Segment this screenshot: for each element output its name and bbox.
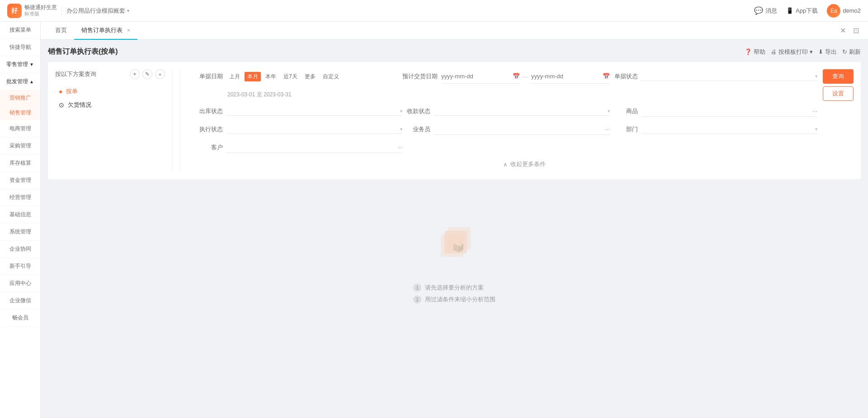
filter-panel: 按以下方案查询 + ✎ «: [48, 62, 861, 179]
user-name: demo2: [843, 7, 861, 14]
sidebar-item-enterprise[interactable]: 企业协同: [0, 241, 40, 258]
sidebar-item-member[interactable]: 畅会员: [0, 309, 40, 327]
help-icon: ❓: [745, 48, 752, 55]
salesman-more-button[interactable]: ···: [605, 126, 610, 133]
print-dropdown-icon[interactable]: ▾: [810, 48, 813, 55]
sidebar-item-quick-nav[interactable]: 快捷导航: [0, 39, 40, 56]
tip-1-text: 请先选择要分析的方案: [425, 284, 484, 292]
scheme-item-by-order[interactable]: ● 按单: [55, 85, 165, 98]
svg-text:📦: 📦: [452, 241, 465, 253]
tab-close-icon[interactable]: ×: [127, 27, 130, 33]
dept-select[interactable]: ▾: [642, 125, 817, 134]
date-tab-this-year[interactable]: 本年: [263, 72, 279, 81]
calendar-start-icon[interactable]: 📅: [513, 73, 520, 80]
sidebar-item-system[interactable]: 系统管理: [0, 223, 40, 241]
tab-home[interactable]: 首页: [48, 22, 74, 40]
help-action[interactable]: ❓ 帮助: [745, 48, 765, 56]
bill-status-select[interactable]: ▾: [642, 72, 817, 81]
top-bar: 好 畅捷通好生意 标准版 办公用品行业模拟账套 ▾ 💬 消息 📱 App下载 E…: [0, 0, 868, 22]
sidebar-item-wechat[interactable]: 企业微信: [0, 292, 40, 309]
refresh-action[interactable]: ↻ 刷新: [842, 48, 861, 56]
out-status-label: 出库状态: [195, 107, 226, 115]
tab-sales-order[interactable]: 销售订单执行表 ×: [74, 22, 137, 40]
sidebar-item-search[interactable]: 搜索菜单: [0, 22, 40, 39]
scheme-item-backorder[interactable]: ⊙ 欠货情况: [55, 98, 165, 112]
goods-more-button[interactable]: ···: [812, 108, 817, 114]
sidebar-item-wholesale[interactable]: 批发管理 ▲: [0, 73, 40, 90]
help-label: 帮助: [754, 48, 765, 56]
sidebar-item-basic-info[interactable]: 基础信息: [0, 206, 40, 223]
date-tab-7days[interactable]: 近7天: [281, 72, 300, 81]
top-bar-right: 💬 消息 📱 App下载 Ea demo2: [754, 4, 861, 18]
tab-close-window-button[interactable]: ✕: [838, 24, 848, 37]
tab-expand-button[interactable]: ⊡: [851, 24, 861, 37]
sidebar-item-management[interactable]: 经营管理: [0, 189, 40, 206]
date-range-separator: —: [522, 73, 529, 80]
scheme-active-icon: ●: [59, 88, 62, 95]
empty-tip-2: 2 用过滤条件来缩小分析范围: [413, 295, 495, 304]
tab-home-label: 首页: [55, 26, 67, 34]
sidebar-item-inventory[interactable]: 库存核算: [0, 155, 40, 172]
query-button[interactable]: 查询: [823, 69, 854, 84]
tab-expand-area: ✕ ⊡: [838, 24, 861, 37]
breadcrumb-area[interactable]: 办公用品行业模拟账套 ▾: [66, 7, 129, 15]
main-layout: 搜索菜单 快捷导航 零售管理 ▼ 批发管理 ▲ 营销推广 销售管理 电商管理 采…: [0, 22, 868, 418]
logo-text: 畅捷通好生意: [24, 4, 57, 10]
forecast-date-field: 预计交货日期 📅 —: [402, 69, 610, 84]
collapse-more-label: 收起更多条件: [510, 160, 546, 168]
empty-tip-1: 1 请先选择要分析的方案: [413, 284, 495, 292]
collapse-icon: «: [159, 72, 161, 77]
calendar-end-icon[interactable]: 📅: [603, 73, 610, 80]
export-action[interactable]: ⬇ 导出: [818, 48, 837, 56]
empty-state: 📦 1 请先选择要分析的方案 2 用过滤条件来缩小分析范围: [48, 185, 861, 340]
sidebar-sub-item-sales[interactable]: 销售管理: [0, 105, 40, 120]
sidebar-item-retail[interactable]: 零售管理 ▼: [0, 56, 40, 73]
exec-status-select[interactable]: ▾: [226, 125, 402, 134]
retail-arrow-icon: ▼: [29, 62, 34, 67]
out-status-select[interactable]: ▾: [226, 107, 402, 116]
date-tab-this-month[interactable]: 本月: [245, 72, 261, 81]
logo-icon: 好: [7, 4, 22, 18]
collapse-panel-button[interactable]: «: [155, 69, 165, 79]
add-scheme-button[interactable]: +: [130, 69, 140, 79]
bill-status-field: 单据状态 ▾: [610, 69, 817, 84]
logo-sub: 标准版: [24, 10, 57, 17]
date-range-display: 2023-03-01 至 2023-03-31: [227, 91, 291, 98]
salesman-field: 业务员 ···: [402, 124, 610, 135]
collapse-more-button[interactable]: ∧ 收起更多条件: [503, 160, 546, 168]
sidebar-sub-item-marketing[interactable]: 营销推广: [0, 90, 40, 105]
breadcrumb-dropdown-icon[interactable]: ▾: [127, 8, 129, 13]
logo-area: 好 畅捷通好生意 标准版: [7, 4, 57, 18]
scheme-backorder-label: 欠货情况: [68, 101, 91, 109]
user-area[interactable]: Ea demo2: [827, 4, 861, 18]
edit-scheme-button[interactable]: ✎: [142, 69, 152, 79]
dept-field: 部门 ▾: [610, 124, 817, 135]
date-tab-last-month[interactable]: 上月: [226, 72, 243, 81]
date-tab-more[interactable]: 更多: [302, 72, 318, 81]
forecast-date-end-input[interactable]: [531, 71, 601, 81]
scheme-by-order-label: 按单: [66, 87, 78, 95]
date-tab-custom[interactable]: 自定义: [320, 72, 342, 81]
sidebar-item-ecommerce[interactable]: 电商管理: [0, 120, 40, 138]
message-label: 消息: [765, 7, 777, 15]
receipt-status-select[interactable]: ▾: [434, 107, 610, 116]
print-action[interactable]: 🖨 按模板打印 ▾: [771, 48, 813, 56]
top-bar-divider: [61, 6, 62, 15]
message-action[interactable]: 💬 消息: [754, 6, 777, 15]
dept-arrow-icon: ▾: [815, 127, 817, 132]
customer-label: 客户: [195, 143, 226, 152]
sidebar-item-purchase[interactable]: 采购管理: [0, 138, 40, 155]
app-download-icon: 📱: [786, 7, 793, 14]
empty-tips: 1 请先选择要分析的方案 2 用过滤条件来缩小分析范围: [413, 284, 495, 304]
customer-more-button[interactable]: ···: [397, 144, 402, 151]
sidebar-item-finance[interactable]: 资金管理: [0, 172, 40, 189]
sidebar-item-guide[interactable]: 新手引导: [0, 258, 40, 275]
avatar: Ea: [827, 4, 840, 18]
left-panel-title: 按以下方案查询: [55, 70, 96, 78]
settings-button[interactable]: 设置: [823, 86, 854, 101]
app-download-action[interactable]: 📱 App下载: [786, 7, 818, 15]
add-icon: +: [133, 71, 136, 77]
collapse-arrow-icon: ∧: [503, 161, 508, 168]
forecast-date-start-input[interactable]: [441, 71, 511, 81]
sidebar-item-app-center[interactable]: 应用中心: [0, 275, 40, 292]
